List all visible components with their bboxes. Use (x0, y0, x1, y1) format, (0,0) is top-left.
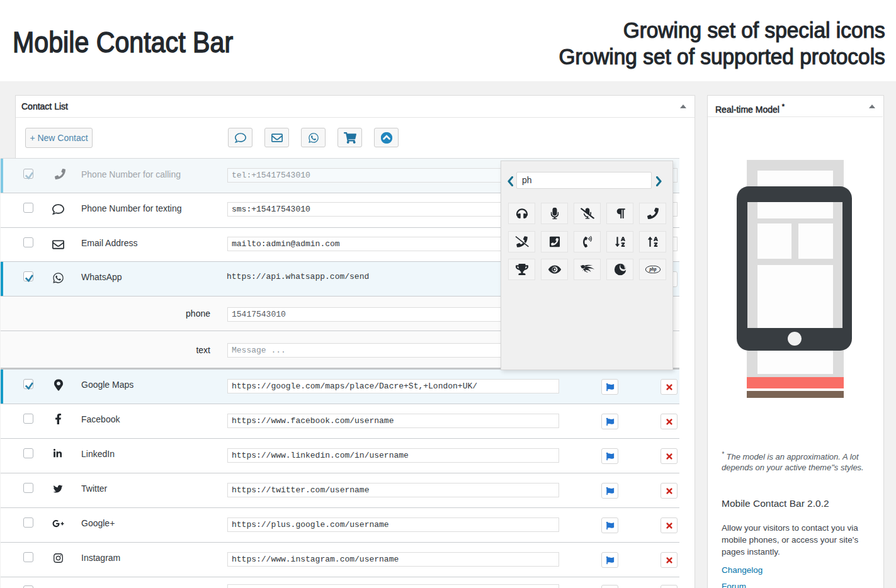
svg-text:php: php (649, 267, 657, 272)
